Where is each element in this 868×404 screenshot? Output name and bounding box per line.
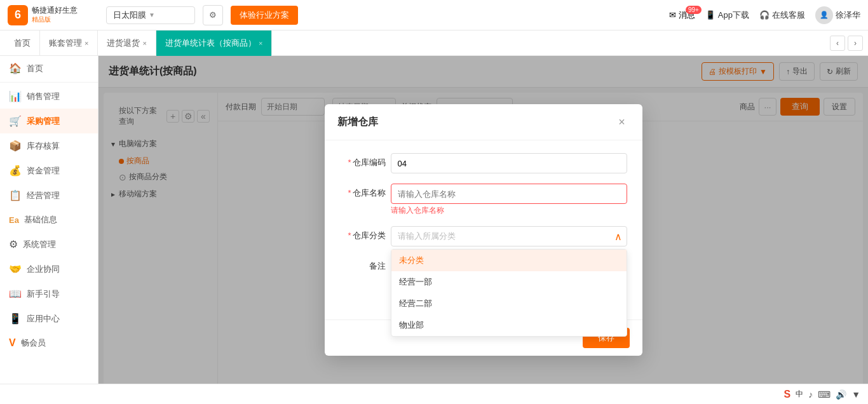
volume-icon: 🔊 xyxy=(836,389,846,400)
sidebar-item-purchase[interactable]: 🛒 采购管理 xyxy=(0,109,98,133)
category-option-dept2[interactable]: 经营二部 xyxy=(391,293,627,314)
tab-controls: ‹ › xyxy=(830,36,863,51)
category-select[interactable]: 请输入所属分类 xyxy=(391,226,627,246)
modal-body: 仓库编码 仓库名称 请输入仓库名称 xyxy=(325,140,642,320)
name-field-row: 仓库名称 请输入仓库名称 xyxy=(340,184,627,216)
tab-account-close-icon[interactable]: × xyxy=(85,39,88,47)
code-input[interactable] xyxy=(391,153,627,173)
tab-purchase-return-close-icon[interactable]: × xyxy=(142,39,146,47)
logo-sub: 精品版 xyxy=(32,15,78,24)
main-layout: 🏠 首页 📊 销售管理 🛒 采购管理 📦 库存核算 💰 资金管理 📋 经营管理 … xyxy=(0,56,868,404)
sidebar-item-basic-info[interactable]: Ea 基础信息 xyxy=(0,208,98,232)
sidebar-system-label: 系统管理 xyxy=(23,239,56,250)
message-icon: ✉ xyxy=(669,10,676,20)
sidebar-item-operation[interactable]: 📋 经营管理 xyxy=(0,183,98,208)
store-name: 日太阳膜 xyxy=(113,10,146,21)
keyboard-icon: ⌨ xyxy=(818,389,831,400)
tab-purchase-return[interactable]: 进货退货 × xyxy=(98,30,156,56)
tab-prev-button[interactable]: ‹ xyxy=(830,36,845,51)
headset-icon: 🎧 xyxy=(759,10,770,20)
header-actions: ⚙ 体验行业方案 xyxy=(203,5,298,25)
app-download-label: App下载 xyxy=(718,10,749,21)
tab-bar: 首页 账套管理 × 进货退货 × 进货单统计表（按商品） × ‹ › xyxy=(0,30,868,56)
sidebar-item-home[interactable]: 🏠 首页 xyxy=(0,56,98,81)
tab-account[interactable]: 账套管理 × xyxy=(40,30,98,56)
name-input-wrap: 请输入仓库名称 xyxy=(391,184,627,216)
sidebar-item-inventory[interactable]: 📦 库存核算 xyxy=(0,133,98,158)
sidebar-operation-label: 经营管理 xyxy=(27,190,60,201)
tab-purchase-stats[interactable]: 进货单统计表（按商品） × xyxy=(156,30,272,56)
avatar: 👤 xyxy=(815,6,833,24)
sidebar-divider-1 xyxy=(0,82,98,83)
online-service-label: 在线客服 xyxy=(772,10,805,21)
sidebar-item-app-center[interactable]: 📱 应用中心 xyxy=(0,306,98,331)
header-right: ✉ 消息 99+ 📱 App下载 🎧 在线客服 👤 徐泽华 xyxy=(669,6,860,24)
store-selector[interactable]: 日太阳膜 ▼ xyxy=(106,6,195,24)
sogou-icon: S xyxy=(783,389,790,400)
category-dropdown: 未分类 经营一部 经营二部 物业部 xyxy=(391,249,627,337)
sidebar-basic-info-label: 基础信息 xyxy=(24,214,57,226)
app-center-icon: 📱 xyxy=(9,313,22,325)
gear-icon: ⚙ xyxy=(209,10,217,20)
guide-icon: 📖 xyxy=(9,288,22,300)
category-placeholder: 请输入所属分类 xyxy=(398,231,456,242)
category-label: 仓库分类 xyxy=(340,226,391,241)
tab-home-label: 首页 xyxy=(14,37,31,49)
basic-info-icon: Ea xyxy=(9,215,19,225)
bottom-bar: S 中 ♪ ⌨ 🔊 ▼ xyxy=(0,384,868,404)
code-label: 仓库编码 xyxy=(340,153,391,168)
modal-backdrop[interactable]: 新增仓库 × 仓库编码 仓库名称 xyxy=(98,56,868,404)
sidebar-inventory-label: 库存核算 xyxy=(27,140,60,152)
code-input-wrap xyxy=(391,153,627,173)
modal-title: 新增仓库 xyxy=(337,116,378,129)
ime-label: 中 xyxy=(796,389,803,400)
app-download-area[interactable]: 📱 App下载 xyxy=(705,10,749,21)
settings-button[interactable]: ⚙ xyxy=(203,5,223,25)
sidebar-item-system[interactable]: ⚙ 系统管理 xyxy=(0,232,98,257)
content-area: 进货单统计(按商品) 🖨 按模板打印 ▼ ↑ 导出 ↻ 刷新 xyxy=(98,56,868,404)
sidebar-guide-label: 新手引导 xyxy=(27,288,60,300)
taskbar-icon: ▼ xyxy=(851,389,860,400)
name-label: 仓库名称 xyxy=(340,184,391,199)
try-industry-button[interactable]: 体验行业方案 xyxy=(231,6,298,25)
message-area[interactable]: ✉ 消息 99+ xyxy=(669,10,695,21)
phone-icon: 📱 xyxy=(705,10,715,20)
message-badge: 99+ xyxy=(686,6,702,14)
modal-close-button[interactable]: × xyxy=(614,114,630,130)
enterprise-icon: 🤝 xyxy=(9,263,22,275)
category-arrow-icon[interactable]: ∧ xyxy=(614,231,622,243)
new-warehouse-modal: 新增仓库 × 仓库编码 仓库名称 xyxy=(325,104,642,356)
category-field-row: 仓库分类 请输入所属分类 ∧ 未分类 经营一部 经营二部 物业部 xyxy=(340,226,627,246)
sidebar-item-sales[interactable]: 📊 销售管理 xyxy=(0,84,98,109)
sidebar-app-center-label: 应用中心 xyxy=(27,313,60,325)
tab-home[interactable]: 首页 xyxy=(5,30,40,56)
category-select-wrap: 请输入所属分类 ∧ 未分类 经营一部 经营二部 物业部 xyxy=(391,226,627,246)
purchase-icon: 🛒 xyxy=(9,115,22,127)
home-icon: 🏠 xyxy=(9,62,22,74)
finance-icon: 💰 xyxy=(9,165,22,177)
tab-purchase-stats-close-icon[interactable]: × xyxy=(259,39,262,47)
tab-account-label: 账套管理 xyxy=(49,37,82,49)
sidebar-item-finance[interactable]: 💰 资金管理 xyxy=(0,158,98,183)
logo-icon: 6 xyxy=(8,5,28,25)
tab-next-button[interactable]: › xyxy=(848,36,863,51)
vip-icon: V xyxy=(9,337,16,349)
sidebar-enterprise-label: 企业协同 xyxy=(27,264,60,275)
category-option-unclassified[interactable]: 未分类 xyxy=(391,250,627,271)
sidebar-home-label: 首页 xyxy=(27,63,43,74)
inventory-icon: 📦 xyxy=(9,140,22,152)
name-input[interactable] xyxy=(391,184,627,204)
modal-header: 新增仓库 × xyxy=(325,104,642,140)
category-option-dept1[interactable]: 经营一部 xyxy=(391,271,627,293)
store-arrow-icon: ▼ xyxy=(149,11,155,18)
sidebar-item-enterprise[interactable]: 🤝 企业协同 xyxy=(0,257,98,281)
sidebar-item-vip[interactable]: V 畅会员 xyxy=(0,331,98,355)
sidebar-item-guide[interactable]: 📖 新手引导 xyxy=(0,281,98,306)
category-option-property[interactable]: 物业部 xyxy=(391,314,627,336)
username: 徐泽华 xyxy=(836,10,860,21)
name-error-msg: 请输入仓库名称 xyxy=(391,205,627,216)
sidebar-sales-label: 销售管理 xyxy=(27,91,60,102)
logo-text: 畅捷通好生意 xyxy=(32,6,78,16)
user-area[interactable]: 👤 徐泽华 xyxy=(815,6,860,24)
online-service-area[interactable]: 🎧 在线客服 xyxy=(759,10,805,21)
